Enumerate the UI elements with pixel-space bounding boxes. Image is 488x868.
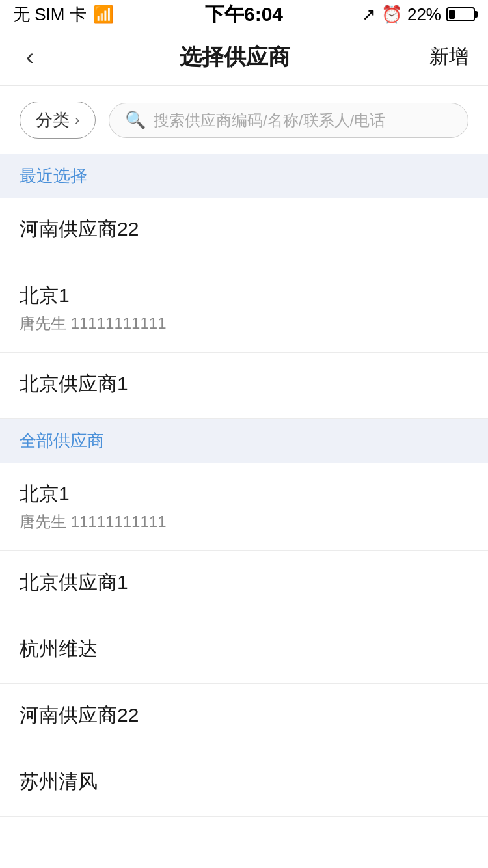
search-icon: 🔍 (125, 110, 146, 130)
all-section-header: 全部供应商 (0, 419, 488, 463)
item-sub: 唐先生 11111111111 (20, 313, 468, 334)
search-placeholder: 搜索供应商编码/名称/联系人/电话 (154, 110, 385, 131)
list-item[interactable]: 北京供应商1 (0, 551, 488, 617)
item-name: 河南供应商22 (20, 216, 468, 243)
status-right: ↗ ⏰ 22% (362, 5, 475, 25)
search-box[interactable]: 🔍 搜索供应商编码/名称/联系人/电话 (109, 103, 468, 138)
item-name: 河南供应商22 (20, 702, 468, 729)
all-list: 北京1唐先生 11111111111北京供应商1杭州维达河南供应商22苏州清风 (0, 463, 488, 817)
page-title: 选择供应商 (180, 42, 290, 72)
list-item[interactable]: 北京供应商1 (0, 353, 488, 419)
item-sub: 唐先生 11111111111 (20, 511, 468, 532)
category-button[interactable]: 分类 › (20, 102, 96, 139)
list-item[interactable]: 河南供应商22 (0, 684, 488, 750)
category-label: 分类 (36, 109, 70, 131)
filter-bar: 分类 › 🔍 搜索供应商编码/名称/联系人/电话 (0, 86, 488, 154)
list-item[interactable]: 河南供应商22 (0, 198, 488, 264)
item-name: 苏州清风 (20, 768, 468, 795)
status-left: 无 SIM 卡 📶 (13, 3, 114, 26)
nav-bar: ‹ 选择供应商 新增 (0, 29, 488, 86)
list-item[interactable]: 北京1唐先生 11111111111 (0, 264, 488, 353)
carrier-text: 无 SIM 卡 (13, 3, 87, 26)
item-name: 北京供应商1 (20, 569, 468, 596)
list-item[interactable]: 北京1唐先生 11111111111 (0, 463, 488, 551)
status-time: 下午6:04 (205, 1, 283, 28)
battery-percent: 22% (407, 5, 441, 25)
item-name: 杭州维达 (20, 636, 468, 662)
chevron-right-icon: › (75, 112, 79, 129)
alarm-icon: ⏰ (381, 5, 402, 25)
location-icon: ↗ (362, 5, 376, 25)
item-name: 北京1 (20, 481, 468, 508)
all-section-title: 全部供应商 (20, 431, 104, 450)
recent-section-title: 最近选择 (20, 166, 87, 185)
recent-section-header: 最近选择 (0, 154, 488, 198)
list-item[interactable]: 杭州维达 (0, 617, 488, 684)
wifi-icon: 📶 (93, 5, 114, 25)
item-name: 北京1 (20, 282, 468, 309)
back-button[interactable]: ‹ (20, 37, 40, 77)
add-button[interactable]: 新增 (429, 44, 468, 70)
list-item[interactable]: 苏州清风 (0, 750, 488, 817)
recent-list: 河南供应商22北京1唐先生 11111111111北京供应商1 (0, 198, 488, 419)
item-name: 北京供应商1 (20, 371, 468, 398)
status-bar: 无 SIM 卡 📶 下午6:04 ↗ ⏰ 22% (0, 0, 488, 29)
battery-icon (446, 7, 475, 21)
